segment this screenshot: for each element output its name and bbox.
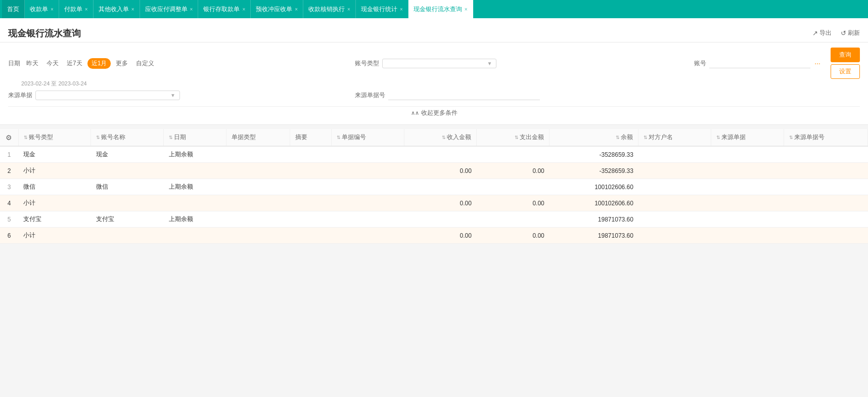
date-btn-7days[interactable]: 近7天 — [64, 58, 85, 69]
sort-arrows-icon: ⇅ — [96, 135, 100, 140]
account-type-select[interactable]: ▼ — [382, 59, 496, 68]
cell-doc-type — [226, 195, 290, 211]
th-date[interactable]: ⇅日期 — [164, 129, 226, 146]
account-label: 账号 — [694, 59, 706, 68]
cell-date — [164, 228, 226, 244]
cell-counterpart — [638, 195, 711, 211]
cell-account-name — [91, 228, 164, 244]
nav-tab-other-income[interactable]: 其他收入单 × — [94, 0, 140, 18]
th-account-type[interactable]: ⇅账号类型 — [18, 129, 91, 146]
cell-balance: 19871073.60 — [550, 228, 638, 244]
sort-arrows-icon: ⇅ — [515, 135, 519, 140]
sort-arrows-icon: ⇅ — [442, 135, 446, 140]
close-icon[interactable]: × — [85, 7, 88, 12]
cell-expense: 0.00 — [477, 163, 550, 179]
cell-doc-no — [331, 195, 404, 211]
close-icon[interactable]: × — [51, 7, 54, 12]
date-btn-1month[interactable]: 近1月 — [87, 58, 111, 69]
date-btn-today[interactable]: 今天 — [43, 58, 62, 69]
row-number: 4 — [0, 195, 18, 211]
close-icon[interactable]: × — [347, 7, 350, 12]
cell-summary — [290, 195, 331, 211]
date-btn-custom[interactable]: 自定义 — [133, 58, 157, 69]
th-income[interactable]: ⇅收入金额 — [404, 129, 477, 146]
cell-expense — [477, 179, 550, 195]
sort-arrows-icon: ⇅ — [716, 135, 720, 140]
cell-doc-no — [331, 163, 404, 179]
cell-summary — [290, 228, 331, 244]
th-source-doc[interactable]: ⇅来源单据 — [711, 129, 784, 146]
th-source-doc-no[interactable]: ⇅来源单据号 — [784, 129, 868, 146]
th-account-name[interactable]: ⇅账号名称 — [91, 129, 164, 146]
cell-date: 上期余额 — [164, 179, 226, 195]
cell-account-name: 现金 — [91, 146, 164, 163]
cell-doc-no — [331, 211, 404, 228]
nav-tab-payment[interactable]: 付款单 × — [59, 0, 94, 18]
nav-tab-receipt[interactable]: 收款单 × — [25, 0, 59, 18]
cell-summary — [290, 163, 331, 179]
date-range-display: 2023-02-24 至 2023-03-24 — [21, 80, 87, 86]
cell-income: 0.00 — [404, 163, 477, 179]
export-button[interactable]: ↗ 导出 — [812, 29, 832, 37]
data-table-container: ⚙ ⇅账号类型 ⇅账号名称 ⇅日期 单据类型 摘要 ⇅单据编号 ⇅收入金额 — [0, 129, 868, 244]
source-doc-select[interactable]: ▼ — [35, 91, 180, 100]
sort-arrows-icon: ⇅ — [169, 135, 173, 140]
date-btn-more[interactable]: 更多 — [113, 58, 131, 69]
close-icon[interactable]: × — [131, 7, 134, 12]
row-number: 1 — [0, 146, 18, 163]
cell-counterpart — [638, 228, 711, 244]
th-expense[interactable]: ⇅支出金额 — [477, 129, 550, 146]
cell-expense — [477, 146, 550, 163]
close-icon[interactable]: × — [190, 7, 193, 12]
close-icon[interactable]: × — [295, 7, 298, 12]
sort-arrows-icon: ⇅ — [616, 135, 620, 140]
date-btn-yesterday[interactable]: 昨天 — [23, 58, 41, 69]
nav-tab-collection[interactable]: 收款核销执行 × — [303, 0, 356, 18]
nav-tab-prepayment[interactable]: 预收冲应收单 × — [251, 0, 303, 18]
cell-account-type: 现金 — [18, 146, 91, 163]
nav-tab-bank-deposit[interactable]: 银行存取款单 × — [198, 0, 251, 18]
close-icon[interactable]: × — [242, 7, 245, 12]
page-header: 现金银行流水查询 ↗ 导出 ↺ 刷新 — [0, 18, 868, 42]
source-doc-num-input[interactable] — [388, 91, 540, 100]
cell-balance: 100102606.60 — [550, 195, 638, 211]
setting-button[interactable]: 设置 — [831, 64, 860, 79]
cell-source-doc-no — [784, 146, 868, 163]
close-icon[interactable]: × — [400, 7, 403, 12]
cell-account-name: 支付宝 — [91, 211, 164, 228]
th-counterpart[interactable]: ⇅对方户名 — [638, 129, 711, 146]
chevron-down-icon: ▼ — [170, 93, 175, 98]
cell-doc-no — [331, 146, 404, 163]
cell-source-doc — [711, 163, 784, 179]
collapse-button[interactable]: ∧∧ 收起更多条件 — [8, 106, 860, 119]
nav-tab-bank-flow[interactable]: 现金银行流水查询 × — [408, 0, 473, 18]
cell-expense — [477, 211, 550, 228]
cell-income: 0.00 — [404, 228, 477, 244]
th-balance[interactable]: ⇅余额 — [550, 129, 638, 146]
nav-tab-bank-stats[interactable]: 现金银行统计 × — [356, 0, 408, 18]
date-filter-label: 日期 — [8, 59, 20, 68]
table-row: 5支付宝支付宝上期余额19871073.60 — [0, 211, 868, 228]
table-settings-col[interactable]: ⚙ — [0, 129, 18, 146]
page-title: 现金银行流水查询 — [8, 27, 81, 39]
source-doc-num-label: 来源单据号 — [355, 91, 385, 100]
cell-source-doc — [711, 146, 784, 163]
cell-balance: -3528659.33 — [550, 163, 638, 179]
collapse-up-icon: ∧∧ — [411, 110, 419, 116]
filter-area: 日期 昨天 今天 近7天 近1月 更多 自定义 账号类型 — [0, 42, 868, 125]
search-button[interactable]: 查询 — [831, 48, 860, 62]
account-browse-button[interactable]: ··· — [814, 59, 820, 67]
cell-account-type: 小计 — [18, 163, 91, 179]
cell-counterpart — [638, 179, 711, 195]
close-icon[interactable]: × — [465, 7, 468, 12]
cell-source-doc-no — [784, 179, 868, 195]
th-doc-type: 单据类型 — [226, 129, 290, 146]
cell-doc-type — [226, 146, 290, 163]
nav-tab-home[interactable]: 首页 — [2, 0, 25, 18]
th-doc-no[interactable]: ⇅单据编号 — [331, 129, 404, 146]
table-row: 2小计0.000.00-3528659.33 — [0, 163, 868, 179]
refresh-button[interactable]: ↺ 刷新 — [841, 29, 860, 37]
account-input[interactable] — [709, 59, 810, 68]
action-buttons: 查询 设置 — [831, 48, 860, 79]
nav-tab-adjustment[interactable]: 应收应付调整单 × — [140, 0, 199, 18]
